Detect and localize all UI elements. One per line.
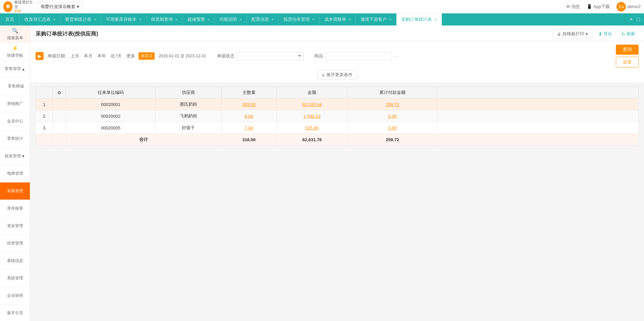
- cell-amount[interactable]: 60,519.44: [276, 99, 348, 110]
- main-content: 采购订单统计表(按供应商) 🖨 按模板打印 ▾ ⬇ 导出 ↻ 刷新: [30, 25, 644, 321]
- cell-settings: [53, 99, 66, 110]
- tab-caigou-active[interactable]: 采购订单统计表 ×: [396, 13, 441, 25]
- sidebar-item-membership[interactable]: 会员中心: [0, 113, 30, 130]
- tab-peizhi[interactable]: 配置信息 ×: [247, 13, 279, 25]
- close-icon[interactable]: ×: [208, 17, 210, 21]
- sidebar-item-operations[interactable]: 经营管理: [0, 235, 30, 252]
- close-icon[interactable]: ×: [272, 17, 274, 21]
- goods-input[interactable]: [325, 52, 392, 60]
- expand-icon: ∨: [322, 72, 325, 77]
- cell-paid[interactable]: 0.00: [348, 110, 437, 122]
- sidebar-item-finance[interactable]: 资金管理: [0, 217, 30, 235]
- sidebar-item-retail-stats[interactable]: 零售统计: [0, 130, 30, 148]
- close-icon[interactable]: ×: [139, 17, 141, 21]
- app-download-btn[interactable]: 📱 App下载: [587, 4, 610, 10]
- col-amount: 金额: [276, 87, 348, 99]
- sidebar-item-quick-nav[interactable]: ⚡ 快捷导航: [0, 43, 30, 60]
- table-row: 2 00020002 飞鹤奶粉 6.00 1,586.52 0.00: [36, 110, 639, 122]
- settings-button[interactable]: 设置: [616, 57, 639, 67]
- sidebar-item-system[interactable]: 系统管理: [0, 270, 30, 287]
- col-settings[interactable]: ⚙: [53, 87, 66, 99]
- close-icon[interactable]: ×: [94, 17, 96, 21]
- shortcut-custom[interactable]: 自定义: [139, 52, 155, 60]
- tab-chengben[interactable]: 成本调整单 ×: [320, 13, 356, 25]
- user-avatar-area[interactable]: Ea demo2: [616, 2, 641, 11]
- settings-icon[interactable]: ⚙: [57, 90, 61, 95]
- sidebar-item-ecommerce[interactable]: 电商管理: [0, 165, 30, 182]
- sidebar-item-inventory[interactable]: 库存核算: [0, 200, 30, 217]
- shortcut-last-month[interactable]: 上月: [69, 52, 80, 60]
- tab-close-btn[interactable]: ×: [628, 15, 634, 24]
- search-icon: 🔍: [12, 28, 18, 34]
- cell-supplier-code: 00020001: [66, 99, 156, 110]
- sidebar-item-retail-shop[interactable]: 零售商城: [0, 78, 30, 95]
- cell-quantity[interactable]: 7.00: [221, 122, 276, 134]
- shortcut-this-year[interactable]: 本年: [96, 52, 107, 60]
- top-bar: 畅 畅捷通好生意 标版 母婴行业演示账套 ▾ ✉ 消息 📱 App下载 Ea d…: [0, 0, 644, 13]
- footer-empty-2: [53, 134, 66, 146]
- cell-paid[interactable]: 259.72: [348, 99, 437, 110]
- status-select[interactable]: [236, 52, 304, 60]
- close-icon[interactable]: ×: [312, 17, 314, 21]
- workspace-selector[interactable]: 母婴行业演示账套 ▾: [37, 2, 83, 11]
- print-button[interactable]: 🖨 按模板打印 ▾: [552, 29, 592, 39]
- message-btn[interactable]: ✉ 消息: [566, 4, 580, 10]
- refresh-button[interactable]: ↻ 刷新: [618, 29, 639, 39]
- tab-shoufacun[interactable]: 收发存汇总表 ×: [20, 13, 60, 25]
- expand-button[interactable]: ∨ 展开更多条件: [317, 70, 357, 79]
- goods-filter: 商品 ···: [314, 52, 398, 60]
- sidebar-item-purchase[interactable]: 采购管理: [0, 182, 30, 200]
- sidebar-item-retail-mgmt[interactable]: 零售管理 ▲: [0, 60, 30, 78]
- tab-baozhiqi[interactable]: 保质期查询 ×: [146, 13, 182, 25]
- status-filter: 单据状态: [217, 52, 304, 60]
- filter-toggle-btn[interactable]: ▶: [36, 52, 44, 60]
- cell-quantity[interactable]: 6.00: [221, 110, 276, 122]
- tab-yaohuo[interactable]: 要货单统计表 ×: [60, 13, 101, 25]
- tab-gongneng[interactable]: 功能说明 ×: [215, 13, 247, 25]
- sidebar-item-newbie[interactable]: 新手引导: [0, 305, 30, 321]
- cell-settings: [53, 122, 66, 134]
- close-icon[interactable]: ×: [389, 17, 391, 21]
- cell-quantity[interactable]: 303.00: [221, 99, 276, 110]
- shortcut-this-month[interactable]: 本月: [83, 52, 94, 60]
- footer-paid: 259.72: [348, 134, 437, 146]
- shortcut-7days[interactable]: 近7天: [109, 52, 123, 60]
- print-icon: 🖨: [557, 32, 561, 37]
- footer-empty-1: [36, 134, 53, 146]
- cell-paid[interactable]: 0.00: [348, 122, 437, 134]
- query-button[interactable]: 查询: [616, 45, 639, 55]
- close-icon[interactable]: ×: [175, 17, 177, 21]
- tab-jianhuo[interactable]: 拣货任务管理 ×: [279, 13, 319, 25]
- sidebar-item-enterprise[interactable]: 企业协同: [0, 287, 30, 305]
- tab-yaoqing[interactable]: 邀请下游客户 ×: [356, 13, 396, 25]
- tab-chaochuyujing[interactable]: 超储预警 ×: [183, 13, 215, 25]
- close-icon[interactable]: ×: [53, 17, 55, 21]
- sidebar-item-wholesale[interactable]: 批发管理 ▼: [0, 148, 30, 165]
- cell-supplier-code: 00020002: [66, 110, 156, 122]
- filter-more-row: ∨ 展开更多条件: [36, 70, 639, 79]
- tab-home[interactable]: 首页: [0, 13, 20, 25]
- close-icon[interactable]: ×: [349, 17, 351, 21]
- shortcut-more[interactable]: 更多: [125, 52, 137, 60]
- col-paid: 累计付款金额: [348, 87, 437, 99]
- logo-subtitle: 标版: [14, 9, 34, 13]
- date-filter-label: 单据日期: [48, 53, 65, 59]
- cell-amount[interactable]: 1,586.52: [276, 110, 348, 122]
- more-filters-icon[interactable]: ···: [394, 54, 398, 59]
- col-quantity: 主数量: [221, 87, 276, 99]
- tab-keyongliang[interactable]: 可用量库存账本 ×: [101, 13, 146, 25]
- col-index: [36, 87, 53, 99]
- sidebar-item-search[interactable]: 🔍 搜索菜单: [0, 25, 30, 43]
- table-row: 3 00020005 好孩子 7.00 525.80 0.00: [36, 122, 639, 134]
- chevron-down-icon: ▾: [77, 4, 79, 9]
- col-supplier-code: 往来单位编码: [66, 87, 156, 99]
- tab-restore-btn[interactable]: □: [635, 15, 641, 24]
- export-button[interactable]: ⬇ 导出: [595, 29, 615, 39]
- logo-icon: 畅: [3, 1, 12, 12]
- close-icon[interactable]: ×: [239, 17, 241, 21]
- sidebar-item-marketing[interactable]: 营销推广: [0, 95, 30, 113]
- sidebar-item-basic-info[interactable]: 基础信息: [0, 252, 30, 270]
- cell-amount[interactable]: 525.80: [276, 122, 348, 134]
- filter-bar: ▶ 单据日期 上月 本月 本年 近7天 更多 自定义 2016-01-01 至 …: [30, 41, 644, 83]
- close-icon[interactable]: ×: [434, 17, 436, 21]
